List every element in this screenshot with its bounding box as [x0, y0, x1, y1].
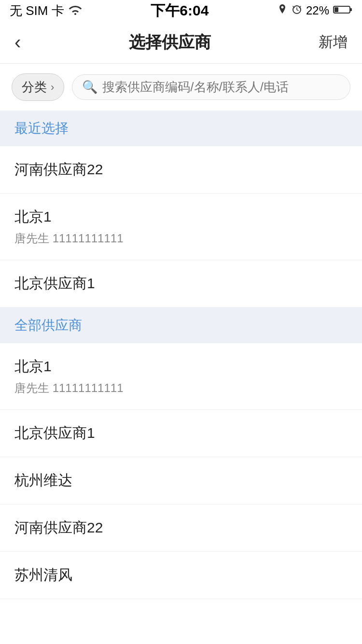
- item-name: 北京供应商1: [14, 423, 348, 443]
- list-item[interactable]: 北京供应商1: [0, 260, 362, 308]
- all-section-header: 全部供应商: [0, 308, 362, 343]
- search-input[interactable]: [102, 80, 340, 95]
- wifi-icon: [68, 3, 83, 18]
- battery-icon: [333, 4, 352, 17]
- list-item[interactable]: 苏州清风: [0, 552, 362, 599]
- item-name: 苏州清风: [14, 565, 348, 585]
- item-name: 北京1: [14, 207, 348, 227]
- item-name: 河南供应商22: [14, 518, 348, 538]
- item-name: 杭州维达: [14, 471, 348, 490]
- status-bar: 无 SIM 卡 下午6:04 22%: [0, 0, 362, 21]
- location-icon: [277, 4, 288, 17]
- nav-bar: ‹ 选择供应商 新增: [0, 21, 362, 64]
- back-button[interactable]: ‹: [14, 31, 21, 53]
- item-sub: 唐先生 11111111111: [14, 231, 348, 246]
- list-item[interactable]: 杭州维达: [0, 457, 362, 504]
- search-box[interactable]: 🔍: [72, 74, 350, 100]
- list-item[interactable]: 北京1唐先生 11111111111: [0, 194, 362, 260]
- svg-rect-2: [334, 7, 338, 12]
- recent-list: 河南供应商22北京1唐先生 11111111111北京供应商1: [0, 146, 362, 308]
- no-sim-text: 无 SIM 卡: [10, 2, 64, 19]
- list-item[interactable]: 河南供应商22: [0, 504, 362, 552]
- status-time: 下午6:04: [151, 1, 209, 21]
- list-item[interactable]: 北京供应商1: [0, 410, 362, 457]
- item-name: 北京供应商1: [14, 274, 348, 294]
- filter-bar: 分类 › 🔍: [0, 64, 362, 111]
- page-title: 选择供应商: [129, 31, 211, 54]
- item-name: 河南供应商22: [14, 160, 348, 180]
- svg-rect-3: [350, 8, 352, 11]
- status-left: 无 SIM 卡: [10, 2, 83, 19]
- battery-text: 22%: [306, 4, 329, 17]
- add-button[interactable]: 新增: [319, 32, 348, 52]
- recent-section-header: 最近选择: [0, 111, 362, 146]
- list-item[interactable]: 河南供应商22: [0, 146, 362, 194]
- chevron-right-icon: ›: [51, 81, 54, 94]
- alarm-icon: [292, 4, 302, 17]
- category-label: 分类: [22, 79, 47, 96]
- item-sub: 唐先生 11111111111: [14, 380, 348, 396]
- status-right: 22%: [277, 4, 352, 17]
- search-icon: 🔍: [82, 80, 97, 95]
- category-button[interactable]: 分类 ›: [12, 73, 64, 101]
- list-item[interactable]: 北京1唐先生 11111111111: [0, 343, 362, 410]
- item-name: 北京1: [14, 357, 348, 377]
- all-list: 北京1唐先生 11111111111北京供应商1杭州维达河南供应商22苏州清风: [0, 343, 362, 599]
